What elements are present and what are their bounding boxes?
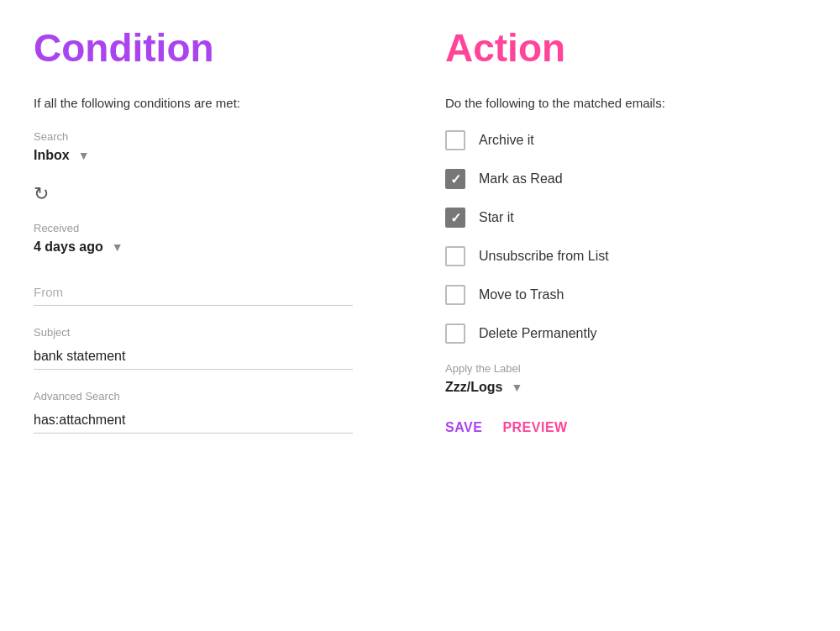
apply-label-text: Apply the Label [445, 362, 806, 375]
save-button[interactable]: SAVE [445, 420, 482, 435]
checkbox-star[interactable] [445, 208, 465, 228]
received-section: Received 4 days ago ▼ [34, 222, 378, 255]
received-dropdown-value: 4 days ago [34, 239, 103, 255]
checkbox-row-delete[interactable]: Delete Permanently [445, 323, 806, 344]
label-dropdown[interactable]: Zzz/Logs ▼ [445, 380, 806, 395]
label-dropdown-arrow[interactable]: ▼ [511, 381, 522, 394]
checkbox-row-mark-read[interactable]: Mark as Read [445, 169, 806, 189]
label-dropdown-value: Zzz/Logs [445, 380, 502, 395]
action-panel: Action Do the following to the matched e… [428, 25, 806, 454]
search-dropdown-value: Inbox [34, 148, 70, 163]
from-input[interactable] [34, 280, 353, 306]
checkbox-row-star[interactable]: Star it [445, 208, 806, 228]
search-field-group: Search Inbox ▼ [34, 130, 378, 163]
action-title: Action [445, 25, 806, 71]
search-label: Search [34, 130, 378, 143]
action-subtitle: Do the following to the matched emails: [445, 96, 806, 110]
condition-panel: Condition If all the following condition… [34, 25, 395, 454]
search-dropdown[interactable]: Inbox ▼ [34, 148, 378, 163]
advanced-search-group: Advanced Search [34, 390, 378, 434]
subject-input[interactable] [34, 344, 353, 370]
preview-button[interactable]: PREVIEW [502, 420, 567, 435]
action-buttons: SAVE PREVIEW [445, 420, 806, 435]
checkbox-unsubscribe[interactable] [445, 246, 465, 266]
checkbox-label-unsubscribe: Unsubscribe from List [479, 249, 609, 264]
refresh-icon[interactable]: ↻ [34, 183, 378, 205]
checkbox-label-star: Star it [479, 210, 514, 225]
condition-title: Condition [34, 25, 378, 71]
subject-label: Subject [34, 326, 378, 339]
advanced-search-input[interactable] [34, 408, 353, 434]
from-field-group [34, 280, 378, 306]
checkbox-row-unsubscribe[interactable]: Unsubscribe from List [445, 246, 806, 266]
search-dropdown-arrow[interactable]: ▼ [78, 149, 90, 162]
received-label: Received [34, 222, 378, 234]
checkbox-archive[interactable] [445, 130, 465, 150]
received-dropdown[interactable]: 4 days ago ▼ [34, 239, 378, 255]
checkbox-label-delete: Delete Permanently [479, 326, 597, 341]
checkbox-row-archive[interactable]: Archive it [445, 130, 806, 150]
apply-label-section: Apply the Label Zzz/Logs ▼ [445, 362, 806, 395]
condition-subtitle: If all the following conditions are met: [34, 96, 378, 110]
checkbox-trash[interactable] [445, 285, 465, 305]
received-dropdown-arrow[interactable]: ▼ [112, 240, 123, 254]
checkbox-label-archive: Archive it [479, 133, 534, 148]
checkbox-label-mark-read: Mark as Read [479, 171, 563, 187]
subject-field-group: Subject [34, 326, 378, 370]
checkbox-label-trash: Move to Trash [479, 287, 564, 302]
checkbox-delete[interactable] [445, 323, 465, 344]
checkbox-mark-read[interactable] [445, 169, 465, 189]
checkbox-row-trash[interactable]: Move to Trash [445, 285, 806, 305]
advanced-search-label: Advanced Search [34, 390, 378, 402]
